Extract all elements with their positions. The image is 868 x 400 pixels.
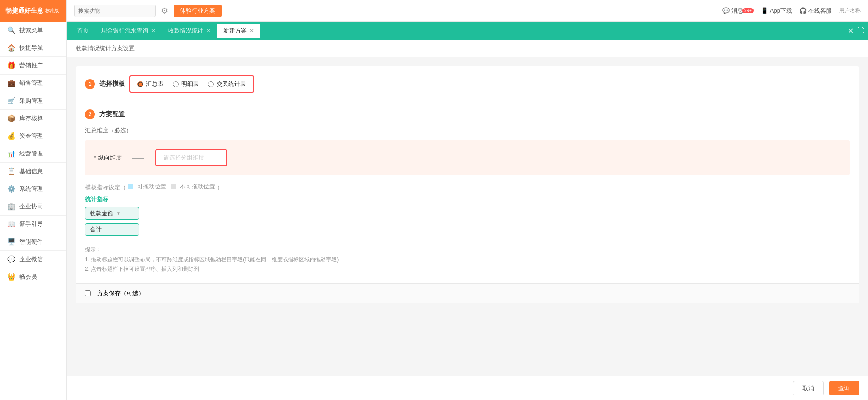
logo-sub: 标准版 xyxy=(45,8,59,14)
sidebar-label-guide: 新手引导 xyxy=(19,220,43,228)
basic-icon: 📋 xyxy=(7,167,16,175)
sidebar-label-basic: 基础信息 xyxy=(19,167,43,175)
sidebar-item-quicknav[interactable]: 🏠 快捷导航 xyxy=(0,39,66,57)
hint-movable-text: 可拖动位置 xyxy=(137,183,166,191)
option-summary[interactable]: 汇总表 xyxy=(137,80,164,88)
template-options: 汇总表 明细表 交叉统计表 xyxy=(129,75,254,93)
purchase-icon: 🛒 xyxy=(7,97,16,105)
step2-title: 方案配置 xyxy=(99,110,125,118)
tab-close-collection[interactable]: ✕ xyxy=(206,28,211,34)
tab-close-cash[interactable]: ✕ xyxy=(151,28,156,34)
sidebar-label-hardware: 智能硬件 xyxy=(19,238,43,246)
radio-detail[interactable] xyxy=(173,81,179,87)
dimension-section-title: 汇总维度（必选） xyxy=(85,127,850,135)
metric-tag-amount[interactable]: 收款金额 ▼ xyxy=(85,207,139,220)
tips-line1: 1. 拖动标题栏可以调整布局，不可跨维度或指标区域拖动栏目字段(只能在同一维度或… xyxy=(85,255,850,265)
username-label: 用户名称 xyxy=(839,7,861,14)
message-item[interactable]: 💬 消息 99+ xyxy=(722,7,754,15)
sidebar-item-purchase[interactable]: 🛒 采购管理 xyxy=(0,92,66,110)
sidebar-item-marketing[interactable]: 🎁 营销推广 xyxy=(0,57,66,75)
sidebar-item-inventory[interactable]: 📦 库存核算 xyxy=(0,110,66,127)
step1-circle: 1 xyxy=(85,79,95,89)
sidebar-label-marketing: 营销推广 xyxy=(19,61,43,70)
app-icon: 📱 xyxy=(761,7,768,14)
save-plan-label: 方案保存（可选） xyxy=(97,289,144,297)
tab-home[interactable]: 首页 xyxy=(71,27,95,35)
tab-new-plan[interactable]: 新建方案 ✕ xyxy=(217,24,260,38)
message-icon: 💬 xyxy=(722,7,730,14)
app-label: App下载 xyxy=(770,7,792,15)
tab-cash-bank[interactable]: 现金银行流水查询 ✕ xyxy=(95,24,162,38)
sidebar-item-search[interactable]: 🔍 搜索菜单 xyxy=(0,22,66,39)
inventory-icon: 📦 xyxy=(7,114,16,122)
online-service-item[interactable]: 🎧 在线客服 xyxy=(799,7,832,15)
step2-header: 2 方案配置 xyxy=(85,109,850,119)
sidebar: 畅捷通好生意 标准版 🔍 搜索菜单 🏠 快捷导航 🎁 营销推广 💼 销售管理 🛒… xyxy=(0,0,67,400)
tab-close-all-icon[interactable]: ✕ xyxy=(848,27,854,35)
footer-save-section: 方案保存（可选） xyxy=(76,283,859,303)
tips-line2: 2. 点击标题栏下拉可设置排序、插入列和删除列 xyxy=(85,264,850,274)
sidebar-label-inventory: 库存核算 xyxy=(19,114,43,122)
message-label: 消息 xyxy=(731,7,743,15)
trial-button[interactable]: 体验行业方案 xyxy=(174,5,222,17)
tab-close-new-plan[interactable]: ✕ xyxy=(250,28,254,34)
search-input[interactable] xyxy=(74,5,156,17)
sidebar-label-sales: 销售管理 xyxy=(19,79,43,87)
stats-title: 统计指标 xyxy=(85,195,850,203)
operations-icon: 📊 xyxy=(7,150,16,158)
query-button[interactable]: 查询 xyxy=(829,381,859,395)
app-download-item[interactable]: 📱 App下载 xyxy=(761,7,792,15)
radio-cross[interactable] xyxy=(208,81,214,87)
dimension-arrow: —— xyxy=(132,155,144,161)
save-plan-checkbox[interactable] xyxy=(85,290,91,296)
step1-header: 1 选择模板 汇总表 明细表 交叉统计表 xyxy=(85,75,850,93)
tab-collection-stat[interactable]: 收款情况统计 ✕ xyxy=(162,24,217,38)
sidebar-label-system: 系统管理 xyxy=(19,185,43,193)
sidebar-item-operations[interactable]: 📊 经营管理 xyxy=(0,145,66,163)
tab-label-collection: 收款情况统计 xyxy=(168,27,203,35)
home-icon: 🏠 xyxy=(7,44,16,52)
dimension-select[interactable]: 请选择分组维度 xyxy=(155,149,227,166)
vertical-dimension-label: * 纵向维度 xyxy=(94,154,122,162)
metric-amount-label: 收款金额 xyxy=(90,209,113,217)
sidebar-item-member[interactable]: 👑 畅会员 xyxy=(0,268,66,286)
gear-icon[interactable]: ⚙ xyxy=(161,6,168,16)
sidebar-item-guide[interactable]: 📖 新手引导 xyxy=(0,216,66,233)
option-detail[interactable]: 明细表 xyxy=(173,80,199,88)
sidebar-logo: 畅捷通好生意 标准版 xyxy=(0,0,66,22)
step2-section: 2 方案配置 汇总维度（必选） * 纵向维度 —— 请选择分组维度 xyxy=(85,109,850,274)
service-label: 在线客服 xyxy=(808,7,832,15)
hint-fixed-dot xyxy=(171,184,176,189)
sidebar-item-enterprise[interactable]: 🏢 企业协同 xyxy=(0,198,66,216)
sidebar-item-finance[interactable]: 💰 资金管理 xyxy=(0,127,66,145)
sidebar-item-sales[interactable]: 💼 销售管理 xyxy=(0,75,66,92)
page-header: 收款情况统计方案设置 xyxy=(67,40,868,57)
sidebar-label-search: 搜索菜单 xyxy=(19,26,43,34)
tips-title: 提示： xyxy=(85,246,101,253)
tab-maximize-icon[interactable]: ⛶ xyxy=(857,27,864,35)
option-detail-label: 明细表 xyxy=(181,80,199,88)
metrics-hint-label: 模板指标设定（ 可拖动位置 不可拖动位置 ） xyxy=(85,183,850,192)
sidebar-label-purchase: 采购管理 xyxy=(19,97,43,105)
step2-circle: 2 xyxy=(85,109,95,119)
radio-summary[interactable] xyxy=(137,81,143,87)
cancel-button[interactable]: 取消 xyxy=(793,381,824,395)
option-summary-label: 汇总表 xyxy=(146,80,164,88)
content-area: 收款情况统计方案设置 1 选择模板 汇总表 明细表 xyxy=(67,40,868,376)
finance-icon: 💰 xyxy=(7,132,16,140)
sidebar-item-hardware[interactable]: 🖥️ 智能硬件 xyxy=(0,233,66,251)
metrics-section: 模板指标设定（ 可拖动位置 不可拖动位置 ） xyxy=(85,183,850,236)
hint-fixed-text: 不可拖动位置 xyxy=(180,183,215,191)
logo-text: 畅捷通好生意 xyxy=(5,7,43,15)
metric-dropdown-icon: ▼ xyxy=(116,211,121,216)
metric-total: 合计 xyxy=(85,223,139,236)
sidebar-label-operations: 经营管理 xyxy=(19,150,43,158)
sidebar-item-wechat[interactable]: 💬 企业微信 xyxy=(0,251,66,268)
option-cross[interactable]: 交叉统计表 xyxy=(208,80,246,88)
dimension-area: * 纵向维度 —— 请选择分组维度 xyxy=(85,140,850,175)
sidebar-item-basic[interactable]: 📋 基础信息 xyxy=(0,163,66,180)
enterprise-icon: 🏢 xyxy=(7,202,16,211)
sidebar-item-system[interactable]: ⚙️ 系统管理 xyxy=(0,180,66,198)
hint-movable-dot xyxy=(128,184,133,189)
message-badge: 99+ xyxy=(742,8,754,13)
